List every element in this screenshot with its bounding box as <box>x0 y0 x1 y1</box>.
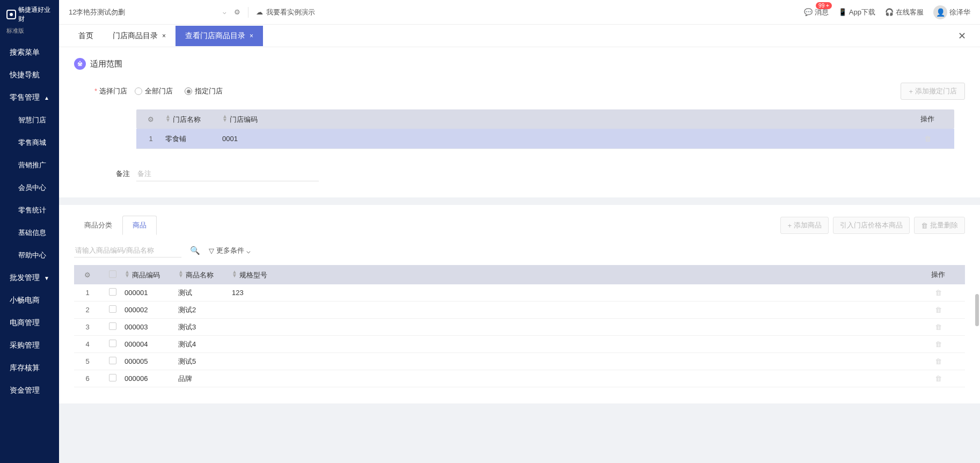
more-conditions[interactable]: ▽ 更多条件 ⌵ <box>209 246 251 255</box>
product-name: 测试5 <box>178 357 232 366</box>
nav-purchase[interactable]: 采购管理 <box>0 334 59 357</box>
row-index: 1 <box>136 135 165 143</box>
plus-icon: + <box>787 222 792 230</box>
table-header: ⚙ ▲▼商品编码 ▲▼商品名称 ▲▼规格型号 操作 <box>74 265 965 284</box>
nav-fund[interactable]: 资金管理 <box>0 379 59 402</box>
caret-down-icon: ▼ <box>44 275 49 281</box>
scope-card: ※ 适用范围 *选择门店 全部门店 指定门店 +添加撤定门店 ⚙ ▲▼门店名称 <box>59 47 980 197</box>
trash-icon: 🗑 <box>935 323 942 331</box>
plus-icon: + <box>909 87 913 95</box>
table-header: ⚙ ▲▼门店名称 ▲▼门店编码 操作 <box>136 109 954 129</box>
row-index: 4 <box>74 340 101 348</box>
sort-icon[interactable]: ▲▼ <box>232 270 237 277</box>
checkbox-all[interactable] <box>109 270 116 278</box>
close-all-tabs[interactable]: ✕ <box>954 28 970 44</box>
search-input[interactable] <box>74 244 181 258</box>
table-row[interactable]: 3 000003 测试3 🗑 <box>74 319 965 336</box>
nav-retail-mall[interactable]: 零售商城 <box>0 131 59 154</box>
table-row[interactable]: 1 零食铺 0001 🗑 <box>136 129 954 149</box>
nav-member[interactable]: 会员中心 <box>0 177 59 199</box>
radio-icon <box>135 87 142 95</box>
tab-view-store-catalog[interactable]: 查看门店商品目录× <box>175 26 263 46</box>
tab-category[interactable]: 商品分类 <box>74 216 122 235</box>
product-name: 测试4 <box>178 340 232 349</box>
table-row[interactable]: 4 000004 测试4 🗑 <box>74 336 965 353</box>
radio-spec-stores[interactable]: 指定门店 <box>185 86 223 96</box>
checkbox[interactable] <box>109 288 116 296</box>
nav-inventory[interactable]: 库存核算 <box>0 357 59 379</box>
nav-search[interactable]: 搜索菜单 <box>0 41 59 64</box>
import-button: 引入门店价格本商品 <box>833 217 910 234</box>
headset-icon: 🎧 <box>885 8 894 16</box>
message-icon: 💬 <box>804 8 813 16</box>
nav-quick[interactable]: 快捷导航 <box>0 64 59 86</box>
nav-xiaochang[interactable]: 小畅电商 <box>0 289 59 312</box>
main: 12李艳芬测试勿删 ⌵ ⚙ ☁ 我要看实例演示 💬 消息 99 + <box>59 0 980 463</box>
nav-retail-stats[interactable]: 零售统计 <box>0 199 59 222</box>
batch-delete-button: 🗑批量删除 <box>914 217 965 234</box>
message-badge: 99 + <box>816 2 832 9</box>
nav-basic-info[interactable]: 基础信息 <box>0 222 59 244</box>
table-row[interactable]: 5 000005 测试5 🗑 <box>74 353 965 370</box>
trash-icon: 🗑 <box>924 135 931 143</box>
checkbox[interactable] <box>109 357 116 364</box>
checkbox[interactable] <box>109 374 116 381</box>
user-menu[interactable]: 👤 徐泽华 <box>933 5 970 19</box>
sort-icon[interactable]: ▲▼ <box>165 114 171 122</box>
close-icon[interactable]: × <box>250 32 253 40</box>
row-index: 2 <box>74 306 101 314</box>
org-name: 12李艳芬测试勿删 <box>69 8 125 17</box>
nav-smart-store[interactable]: 智慧门店 <box>0 109 59 131</box>
chevron-down-icon: ⌵ <box>223 9 226 16</box>
logo: 畅捷通好业财 <box>0 0 59 27</box>
gear-icon[interactable]: ⚙ <box>148 115 154 123</box>
sidebar: 畅捷通好业财 标准版 搜索菜单 快捷导航 零售管理▲ 智慧门店 零售商城 营销推… <box>0 0 59 463</box>
checkbox[interactable] <box>109 340 116 347</box>
product-name: 测试 <box>178 288 232 298</box>
nav-help[interactable]: 帮助中心 <box>0 244 59 267</box>
nav-wholesale[interactable]: 批发管理▼ <box>0 267 59 289</box>
table-row[interactable]: 6 000006 品牌 🗑 <box>74 370 965 387</box>
radio-icon <box>185 87 192 95</box>
tab-home[interactable]: 首页 <box>69 26 103 46</box>
tab-products[interactable]: 商品 <box>122 216 157 235</box>
message-button[interactable]: 💬 消息 99 + <box>804 8 829 17</box>
app-download[interactable]: 📱 App下载 <box>838 8 875 17</box>
nav-retail[interactable]: 零售管理▲ <box>0 86 59 109</box>
store-name: 零食铺 <box>165 134 219 144</box>
close-icon[interactable]: × <box>162 32 166 40</box>
row-index: 5 <box>74 357 101 365</box>
sort-icon[interactable]: ▲▼ <box>222 114 228 122</box>
brand-name: 畅捷通好业财 <box>18 5 53 24</box>
checkbox[interactable] <box>109 322 116 330</box>
product-name: 品牌 <box>178 374 232 384</box>
search-icon[interactable]: 🔍 <box>190 246 200 255</box>
gear-icon[interactable]: ⚙ <box>84 271 91 279</box>
nav-ecommerce[interactable]: 电商管理 <box>0 312 59 334</box>
product-spec: 123 <box>232 289 911 297</box>
caret-up-icon: ▲ <box>44 95 49 101</box>
table-row[interactable]: 1 000001 测试 123 🗑 <box>74 284 965 302</box>
product-table: ⚙ ▲▼商品编码 ▲▼商品名称 ▲▼规格型号 操作 1 000001 测试 12… <box>74 265 965 387</box>
trash-icon: 🗑 <box>935 289 942 297</box>
table-row[interactable]: 2 000002 测试2 🗑 <box>74 302 965 319</box>
products-card: 商品分类 商品 +添加商品 引入门店价格本商品 🗑批量删除 🔍 ▽ 更多条件 <box>59 205 980 403</box>
radio-all-stores[interactable]: 全部门店 <box>135 86 173 96</box>
checkbox[interactable] <box>109 305 116 313</box>
customer-service[interactable]: 🎧 在线客服 <box>885 8 924 17</box>
org-selector[interactable]: 12李艳芬测试勿删 ⌵ <box>69 8 226 17</box>
tab-store-catalog[interactable]: 门店商品目录× <box>103 26 175 46</box>
sort-icon[interactable]: ▲▼ <box>125 270 130 277</box>
scrollbar[interactable] <box>975 294 979 326</box>
demo-link[interactable]: ☁ 我要看实例演示 <box>256 8 315 17</box>
trash-icon: 🗑 <box>935 357 942 365</box>
divider <box>248 7 248 18</box>
nav-marketing[interactable]: 营销推广 <box>0 154 59 177</box>
gear-icon[interactable]: ⚙ <box>234 8 240 16</box>
remark-row: 备注 <box>116 166 954 181</box>
sort-icon[interactable]: ▲▼ <box>178 270 184 277</box>
product-name: 测试3 <box>178 322 232 332</box>
product-code: 000003 <box>125 323 178 331</box>
remark-input[interactable] <box>136 166 319 181</box>
add-product-button: +添加商品 <box>780 217 829 234</box>
